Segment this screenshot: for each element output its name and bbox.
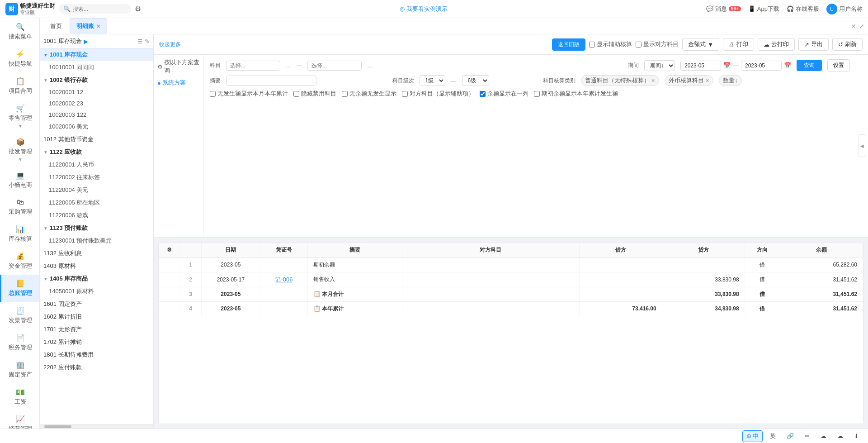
show-opposite-checkbox[interactable]: 显示对方科目 — [636, 40, 679, 48]
tree-item-11220004[interactable]: 11220004 美元 — [40, 184, 153, 196]
maximize-button[interactable]: ⤢ — [859, 23, 864, 30]
tree-item-1123[interactable]: ▼ 1123 预付账款 — [40, 222, 153, 234]
sidebar-item-ledger[interactable]: 📒 总账管理 — [0, 275, 39, 302]
tree-item-2202[interactable]: 2202 应付账款 — [40, 361, 153, 374]
checkbox-no-balance2[interactable]: 无余额无发生显示 — [342, 90, 396, 98]
checkbox-no-balance[interactable]: 无发生额显示本月本年累计 — [210, 90, 288, 98]
subject-input2[interactable] — [307, 61, 362, 71]
tree-item-11230001[interactable]: 11230001 预付账款美元 — [40, 234, 153, 247]
tree-item-11220006[interactable]: 11220006 游戏 — [40, 209, 153, 222]
sidebar-item-invoice[interactable]: 🧾 发票管理 — [0, 302, 39, 329]
settings-icon[interactable]: ⚙ — [135, 5, 141, 13]
voucher-link[interactable]: 记-006 — [275, 276, 292, 283]
checkbox-balance-col-input[interactable] — [480, 91, 486, 97]
sidebar-item-ecommerce[interactable]: 💻 小畅电商 — [0, 167, 39, 194]
close-window-button[interactable]: ✕ — [851, 23, 856, 30]
sidebar-item-tax[interactable]: 📄 税务管理 — [0, 329, 39, 356]
period-type-select[interactable]: 期间↓ — [644, 60, 675, 71]
edit-icon[interactable]: ✎ — [145, 38, 150, 45]
col-gear[interactable]: ⚙ — [159, 243, 180, 258]
tree-item-10010001[interactable]: 10010001 同同同 — [40, 61, 153, 74]
sidebar-item-assets[interactable]: 🏢 固定资产 — [0, 356, 39, 383]
calendar-icon[interactable]: 📅 — [723, 62, 731, 69]
tag-remove-normal[interactable]: ✕ — [651, 78, 655, 84]
tree-item-10020002[interactable]: 10020002 23 — [40, 98, 153, 109]
checkbox-hide-disabled[interactable]: 隐藏禁用科目 — [293, 90, 336, 98]
return-old-button[interactable]: 返回旧版 — [552, 38, 585, 51]
checkbox-initial-input[interactable] — [534, 91, 540, 97]
period-start-input[interactable] — [680, 61, 721, 71]
tree-item-10020003[interactable]: 10020003 122 — [40, 109, 153, 120]
checkbox-hide-disabled-input[interactable] — [293, 91, 299, 97]
level-to-select[interactable]: 6级 — [462, 75, 489, 86]
online-service-button[interactable]: 🎧 在线客服 — [787, 5, 819, 13]
tree-item-14050001[interactable]: 14050001 原材料 — [40, 285, 153, 298]
subject-input[interactable] — [226, 61, 280, 71]
sidebar-item-inventory[interactable]: 📊 库存核算 — [0, 220, 39, 248]
sidebar-item-capital[interactable]: 💰 资金管理 — [0, 248, 39, 275]
level-from-select[interactable]: 1级 — [420, 75, 445, 86]
tree-item-1701[interactable]: 1701 无形资产 — [40, 323, 153, 336]
checkbox-initial[interactable]: 期初余额显示本年累计发生额 — [534, 90, 618, 98]
list-icon[interactable]: ☰ — [137, 38, 143, 45]
lang-en-button[interactable]: 英 — [766, 431, 779, 442]
lang-zh-button[interactable]: ⊕ 中 — [742, 430, 763, 442]
bottom-download-button[interactable]: ⬇ — [850, 431, 863, 441]
tree-item-1601[interactable]: 1601 固定资产 — [40, 298, 153, 310]
tree-item-1002[interactable]: ▼ 1002 银行存款 — [40, 74, 153, 86]
tree-item-1001[interactable]: ▼ 1001 库存现金 — [40, 48, 153, 61]
demo-link[interactable]: ◎ 我要看实例演示 — [400, 5, 448, 13]
export-button[interactable]: ↗ 导出 — [798, 38, 829, 51]
bottom-link-button[interactable]: 🔗 — [783, 431, 797, 441]
tree-item-11220005[interactable]: 11220005 所在地区 — [40, 196, 153, 209]
bottom-cloud-button[interactable]: ☁ — [817, 431, 830, 441]
bottom-edit-button[interactable]: ✏ — [801, 431, 813, 441]
sidebar-item-purchase[interactable]: 🛍 采购管理 — [0, 194, 39, 220]
tab-close-button[interactable]: ✕ — [96, 24, 100, 29]
collapse-icon[interactable]: ◀ — [858, 134, 866, 157]
period-end-input[interactable] — [741, 61, 782, 71]
sidebar-item-retail[interactable]: 🛒 零售管理 ▼ — [0, 100, 39, 133]
cloud-print-button[interactable]: ☁ 云打印 — [758, 38, 795, 51]
global-search[interactable]: 🔍 — [59, 4, 131, 14]
tree-item-1132[interactable]: 1132 应收利息 — [40, 247, 153, 260]
tab-detail[interactable]: 明细账 ✕ — [70, 18, 107, 34]
tree-item-1403[interactable]: 1403 原材料 — [40, 260, 153, 272]
filter-collapse[interactable]: ◀ — [856, 55, 868, 237]
sidebar-item-shortcut[interactable]: ⚡ 快捷导航 — [0, 45, 39, 72]
checkbox-no-balance-input[interactable] — [210, 91, 216, 97]
search-input[interactable] — [73, 6, 118, 12]
tree-item-11220001[interactable]: 11220001 人民币 — [40, 158, 153, 171]
sidebar-item-project[interactable]: 📋 项目合同 — [0, 72, 39, 100]
checkbox-no-balance2-input[interactable] — [342, 91, 348, 97]
tree-item-10020006[interactable]: 10020006 美元 — [40, 120, 153, 133]
tree-item-1122[interactable]: ▼ 1122 应收款 — [40, 146, 153, 158]
summary-input[interactable] — [226, 76, 316, 86]
tag-remove-foreign[interactable]: ✕ — [705, 78, 709, 84]
checkbox-balance-col[interactable]: 余额显示在一列 — [480, 90, 528, 98]
tree-item-1702[interactable]: 1702 累计摊销 — [40, 336, 153, 348]
tree-scrollbar[interactable] — [40, 424, 153, 429]
user-area[interactable]: U 用户名称 — [826, 4, 863, 14]
tag-quantity[interactable]: 数量↓ — [719, 75, 742, 86]
sidebar-item-operations[interactable]: 📈 经营管理 — [0, 410, 39, 429]
checkbox-opposite[interactable]: 对方科目（显示辅助项） — [402, 90, 474, 98]
tree-item-1012[interactable]: 1012 其他货币资金 — [40, 133, 153, 146]
checkbox-opposite-input[interactable] — [402, 91, 408, 97]
calendar-icon2[interactable]: 📅 — [784, 62, 791, 69]
app-download-button[interactable]: 📱 App下载 — [748, 5, 779, 13]
print-button[interactable]: 🖨 打印 — [723, 38, 754, 51]
setting-button[interactable]: 设置 — [827, 59, 850, 71]
query-button[interactable]: 查询 — [797, 60, 822, 71]
collapse-more-button[interactable]: 收起更多 — [159, 41, 181, 48]
sidebar-item-search[interactable]: 🔍 搜索菜单 — [0, 18, 39, 45]
tree-item-11220002[interactable]: 11220002 往来标签 — [40, 171, 153, 184]
sidebar-item-wholesale[interactable]: 📦 批发管理 ▼ — [0, 133, 39, 167]
sidebar-item-salary[interactable]: 💵 工资 — [0, 383, 39, 410]
bottom-cloud2-button[interactable]: ☁ — [834, 431, 847, 441]
account-selector[interactable]: 1001 库存现金 ▶ — [43, 37, 88, 45]
system-scheme-item[interactable]: ● 系统方案 — [157, 77, 199, 88]
show-auxiliary-checkbox[interactable]: 显示辅助核算 — [589, 40, 632, 48]
amount-style-button[interactable]: 金额式 ▼ — [682, 38, 719, 51]
tree-item-1602[interactable]: 1602 累计折旧 — [40, 310, 153, 323]
